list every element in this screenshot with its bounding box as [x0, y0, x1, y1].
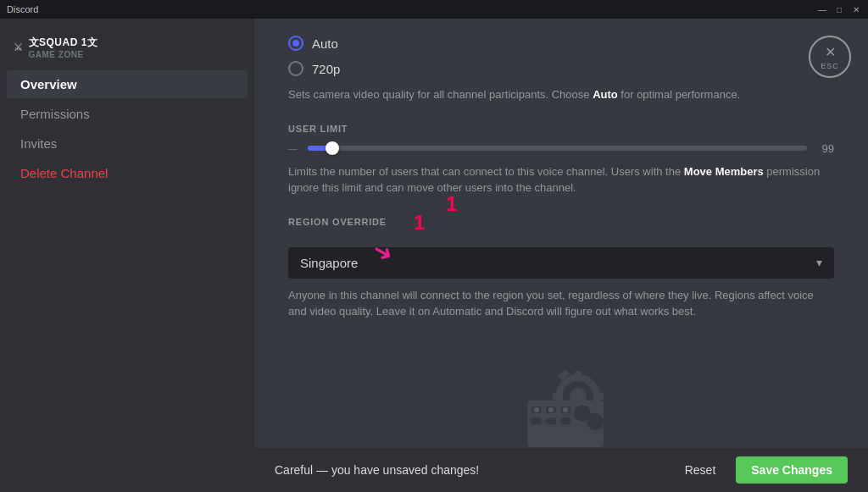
server-icon: ⚔	[14, 41, 24, 53]
quality-option-auto[interactable]: Auto	[288, 36, 834, 51]
esc-label: ESC	[821, 62, 839, 70]
quality-description: Sets camera video quality for all channe…	[288, 86, 834, 103]
bottom-bar: Careful — you have unsaved changes! Rese…	[254, 448, 868, 492]
svg-point-21	[563, 407, 568, 412]
settings-illustration	[476, 354, 646, 456]
content-scroll: Auto 720p Sets camera video quality for …	[254, 19, 868, 492]
server-subtitle: GAME ZONE	[29, 50, 98, 59]
slider-row: — 99	[288, 142, 834, 155]
server-header: ⚔ 文SQUAD 1文 GAME ZONE	[0, 32, 254, 69]
svg-rect-16	[560, 417, 570, 424]
slider-value: 99	[817, 142, 834, 155]
annotation-1: 1	[446, 192, 457, 216]
close-button[interactable]: ✕	[851, 4, 861, 14]
svg-rect-5	[553, 393, 563, 400]
slider-thumb	[326, 141, 339, 155]
svg-rect-4	[593, 393, 604, 400]
main-content: ✕ ESC Auto 720p Sets camera video qualit…	[254, 19, 868, 492]
minimize-button[interactable]: —	[817, 4, 827, 14]
reset-button[interactable]: Reset	[675, 458, 726, 482]
user-limit-description: Limits the number of users that can conn…	[288, 163, 834, 196]
unsaved-message: Careful — you have unsaved changes!	[275, 463, 479, 477]
app-title: Discord	[7, 4, 38, 14]
app-layout: ⚔ 文SQUAD 1文 GAME ZONE Overview Permissio…	[0, 19, 868, 492]
save-changes-button[interactable]: Save Changes	[736, 456, 848, 484]
region-dropdown[interactable]: Singapore Automatic Brazil Europe Hong K…	[288, 247, 834, 279]
titlebar: Discord — □ ✕	[0, 0, 868, 19]
region-override-label: REGION OVERRIDE	[288, 217, 387, 227]
user-limit-section: USER LIMIT — 99 Limits the number of use…	[288, 124, 834, 196]
svg-rect-14	[531, 417, 542, 424]
quality-auto-label: Auto	[312, 36, 338, 51]
quality-720p-label: 720p	[312, 62, 340, 76]
bottom-actions: Reset Save Changes ➜ 2	[675, 456, 848, 484]
sidebar: ⚔ 文SQUAD 1文 GAME ZONE Overview Permissio…	[0, 19, 254, 492]
region-description: Anyone in this channel will connect to t…	[288, 287, 834, 320]
region-dropdown-wrapper: Singapore Automatic Brazil Europe Hong K…	[288, 247, 834, 279]
annotation-number-1: 1	[414, 211, 425, 235]
nav-item-permissions[interactable]: Permissions	[7, 100, 248, 128]
svg-rect-2	[575, 371, 581, 381]
svg-point-20	[548, 407, 554, 412]
svg-point-19	[534, 407, 539, 412]
maximize-button[interactable]: □	[834, 4, 844, 14]
server-name: 文SQUAD 1文	[29, 36, 98, 50]
esc-icon: ✕	[825, 44, 836, 60]
user-limit-label: USER LIMIT	[288, 124, 834, 134]
region-override-section: REGION OVERRIDE 1 ➜ 1 Singapore Automati…	[288, 217, 834, 320]
svg-rect-15	[546, 417, 556, 424]
window-controls: — □ ✕	[817, 4, 861, 14]
radio-auto	[288, 36, 303, 51]
radio-720p	[288, 61, 303, 76]
svg-point-18	[587, 413, 604, 430]
nav-item-invites[interactable]: Invites	[7, 130, 248, 158]
quality-option-720p[interactable]: 720p	[288, 61, 834, 76]
nav-item-overview[interactable]: Overview	[7, 70, 248, 98]
esc-button[interactable]: ✕ ESC	[809, 36, 851, 78]
slider-min: —	[288, 143, 298, 153]
nav-item-delete-channel[interactable]: Delete Channel	[7, 159, 248, 187]
user-limit-slider[interactable]	[308, 146, 807, 151]
